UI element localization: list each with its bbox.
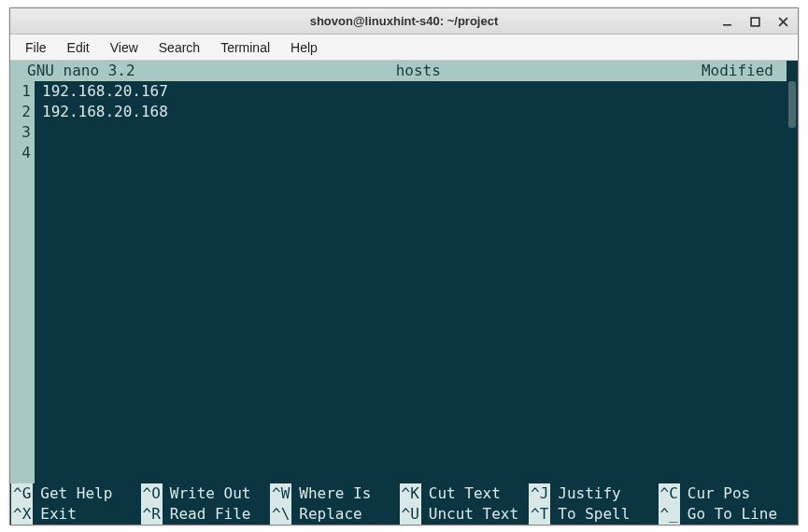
maximize-icon[interactable] — [745, 12, 764, 31]
shortcut-key: ^J — [529, 483, 550, 504]
menu-edit[interactable]: Edit — [58, 36, 99, 59]
shortcut-get-help: ^G Get Help — [10, 483, 140, 504]
shortcut-key: ^\ — [270, 504, 291, 525]
menu-help[interactable]: Help — [281, 36, 327, 59]
shortcut-label: To Spell — [550, 504, 630, 525]
shortcut-label: Go To Line — [680, 504, 777, 525]
shortcut-label: Cut Text — [421, 483, 501, 504]
nano-version: GNU nano 3.2 — [20, 61, 135, 81]
shortcut-justify: ^J Justify — [528, 483, 658, 504]
shortcut-key: ^R — [141, 504, 163, 525]
menu-terminal[interactable]: Terminal — [211, 36, 279, 59]
menu-view[interactable]: View — [101, 36, 148, 59]
shortcut-key: ^C — [659, 483, 680, 504]
line-number: 2 — [10, 102, 31, 122]
shortcut-key: ^G — [11, 483, 33, 504]
shortcut-where-is: ^W Where Is — [269, 483, 399, 504]
shortcut-label: Uncut Text — [421, 504, 518, 525]
line-number: 4 — [10, 143, 31, 163]
editor-line — [42, 122, 787, 143]
shortcut-label: Get Help — [33, 483, 112, 504]
shortcut-label: Cur Pos — [680, 483, 750, 504]
window-title: shovon@linuxhint-s40: ~/project — [310, 14, 499, 28]
menubar: File Edit View Search Terminal Help — [10, 35, 798, 61]
nano-footer: ^G Get Help ^O Write Out ^W Where Is ^K … — [10, 483, 787, 525]
editor-body: 1 2 3 4 192.168.20.167 192.168.20.168 — [10, 81, 787, 483]
scrollbar-thumb[interactable] — [788, 81, 796, 128]
nano-header: GNU nano 3.2 hosts Modified — [10, 61, 787, 81]
line-number: 1 — [10, 81, 31, 102]
editor-content[interactable]: 192.168.20.167 192.168.20.168 — [35, 81, 787, 483]
editor-line: 192.168.20.168 — [42, 102, 787, 122]
terminal-area[interactable]: GNU nano 3.2 hosts Modified 1 2 3 4 192.… — [10, 61, 798, 525]
menu-file[interactable]: File — [16, 36, 56, 59]
shortcut-go-to-line: ^_ Go To Line — [658, 504, 787, 525]
menu-search[interactable]: Search — [149, 36, 209, 59]
shortcut-label: Write Out — [163, 483, 251, 504]
shortcut-key: ^_ — [659, 504, 680, 525]
shortcut-key: ^U — [400, 504, 421, 525]
shortcut-key: ^W — [270, 483, 291, 504]
shortcut-label: Exit — [33, 504, 77, 525]
line-number: 3 — [10, 122, 31, 143]
shortcut-label: Justify — [550, 483, 620, 504]
shortcut-read-file: ^R Read File — [140, 504, 270, 525]
svg-rect-1 — [751, 18, 759, 26]
line-gutter: 1 2 3 4 — [10, 81, 35, 483]
shortcut-key: ^O — [141, 483, 163, 504]
minimize-icon[interactable] — [717, 12, 736, 31]
shortcut-cur-pos: ^C Cur Pos — [658, 483, 787, 504]
shortcut-cut-text: ^K Cut Text — [399, 483, 529, 504]
shortcut-key: ^T — [529, 504, 550, 525]
shortcut-label: Replace — [291, 504, 361, 525]
titlebar: shovon@linuxhint-s40: ~/project — [10, 8, 798, 35]
shortcut-write-out: ^O Write Out — [140, 483, 270, 504]
shortcut-replace: ^\ Replace — [269, 504, 399, 525]
terminal-window: shovon@linuxhint-s40: ~/project File Edi… — [9, 7, 799, 525]
shortcut-label: Read File — [163, 504, 251, 525]
shortcut-key: ^K — [400, 483, 421, 504]
editor-line — [42, 143, 787, 163]
nano-filename: hosts — [135, 61, 702, 81]
nano-modified: Modified — [702, 61, 777, 81]
shortcut-to-spell: ^T To Spell — [528, 504, 658, 525]
close-icon[interactable] — [773, 12, 792, 31]
shortcut-exit: ^X Exit — [10, 504, 140, 525]
shortcut-uncut-text: ^U Uncut Text — [399, 504, 529, 525]
shortcut-key: ^X — [11, 504, 33, 525]
editor-line: 192.168.20.167 — [42, 81, 787, 102]
window-controls — [717, 12, 792, 31]
shortcut-label: Where Is — [291, 483, 371, 504]
